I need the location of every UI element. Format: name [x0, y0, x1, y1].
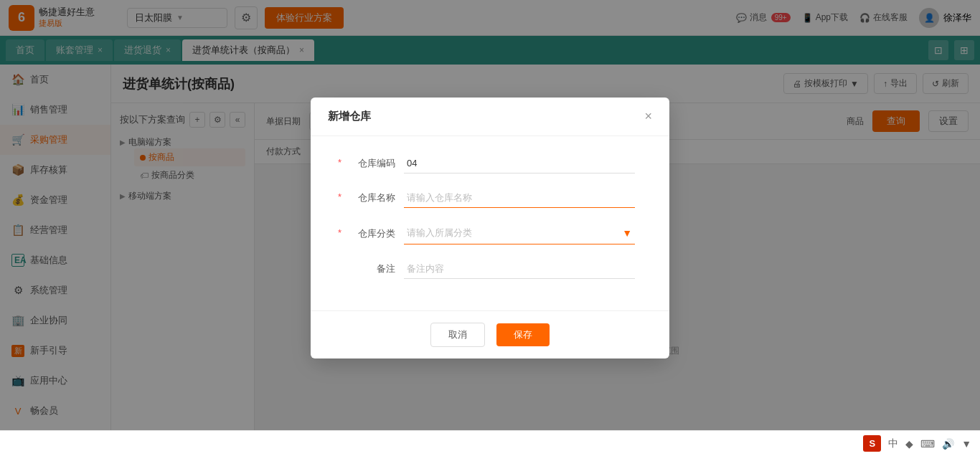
- cancel-button[interactable]: 取消: [430, 323, 485, 347]
- form-row-name: 仓库名称: [345, 188, 635, 208]
- s-icon: S: [869, 438, 875, 449]
- modal-title: 新增仓库: [328, 110, 371, 123]
- bottom-bar: S 中 ◆ ⌨ 🔊 ▼: [0, 430, 980, 456]
- code-label: 仓库编码: [345, 157, 395, 170]
- remark-label: 备注: [345, 262, 395, 275]
- modal-body: 仓库编码 仓库名称 仓库分类 请输入所属分类 ▼ 备注: [311, 136, 669, 310]
- modal-close-btn[interactable]: ×: [644, 109, 652, 124]
- save-button[interactable]: 保存: [496, 323, 550, 346]
- category-select[interactable]: 请输入所属分类 ▼: [404, 222, 635, 244]
- diamond-icon[interactable]: ◆: [905, 438, 913, 450]
- form-row-code: 仓库编码: [345, 153, 635, 174]
- keyboard-icon[interactable]: ⌨: [920, 438, 935, 450]
- form-row-remark: 备注: [345, 259, 635, 279]
- category-placeholder: 请输入所属分类: [407, 227, 472, 239]
- speaker-icon[interactable]: 🔊: [942, 438, 954, 450]
- category-dropdown-arrow: ▼: [622, 227, 632, 239]
- remark-input[interactable]: [404, 259, 635, 279]
- chinese-icon[interactable]: 中: [888, 437, 898, 450]
- name-input[interactable]: [404, 188, 635, 208]
- splus-icon-btn[interactable]: S: [863, 435, 881, 452]
- modal-footer: 取消 保存: [311, 310, 669, 358]
- code-input[interactable]: [404, 153, 635, 174]
- name-label: 仓库名称: [345, 191, 395, 204]
- modal-add-warehouse: 新增仓库 × 仓库编码 仓库名称 仓库分类 请输入所属分类 ▼: [311, 98, 669, 358]
- form-row-category: 仓库分类 请输入所属分类 ▼: [345, 222, 635, 244]
- category-label: 仓库分类: [345, 227, 395, 240]
- modal-overlay: 新增仓库 × 仓库编码 仓库名称 仓库分类 请输入所属分类 ▼: [0, 0, 980, 456]
- dropdown-icon[interactable]: ▼: [961, 438, 971, 450]
- modal-header: 新增仓库 ×: [311, 98, 669, 136]
